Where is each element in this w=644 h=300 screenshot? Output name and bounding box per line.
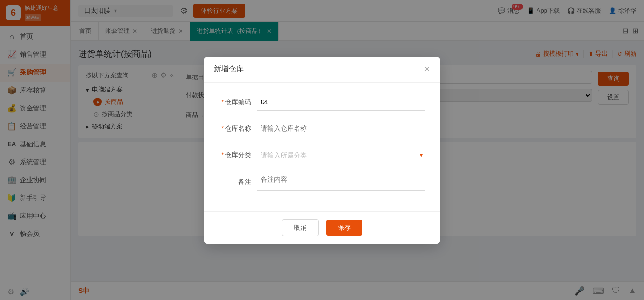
warehouse-name-label: *仓库名称 [219,125,257,133]
modal-overlay: 新增仓库 ✕ *仓库编码 *仓库名称 *仓库分类 [0,0,644,300]
category-dropdown-icon: ▾ [420,151,425,159]
cancel-btn[interactable]: 取消 [282,219,319,236]
warehouse-name-input[interactable] [257,120,425,137]
warehouse-category-label: *仓库分类 [219,151,257,159]
modal-footer: 取消 保存 [204,211,440,244]
warehouse-note-input[interactable] [257,174,425,191]
warehouse-code-label: *仓库编码 [219,98,257,107]
warehouse-code-input[interactable] [257,94,425,111]
form-row-note: 备注 [219,174,425,191]
warehouse-modal: 新增仓库 ✕ *仓库编码 *仓库名称 *仓库分类 [204,57,440,244]
warehouse-category-select[interactable]: 请输入所属分类 [257,147,420,164]
modal-body: *仓库编码 *仓库名称 *仓库分类 请输入所属分类 [204,83,440,211]
warehouse-note-label: 备注 [219,178,257,186]
form-row-name: *仓库名称 [219,120,425,137]
warehouse-category-wrapper: 请输入所属分类 ▾ [257,147,425,164]
modal-close-btn[interactable]: ✕ [423,64,430,75]
form-row-category: *仓库分类 请输入所属分类 ▾ [219,147,425,164]
save-btn[interactable]: 保存 [326,220,362,236]
modal-header: 新增仓库 ✕ [204,57,440,83]
modal-title: 新增仓库 [214,64,244,74]
form-row-code: *仓库编码 [219,94,425,111]
